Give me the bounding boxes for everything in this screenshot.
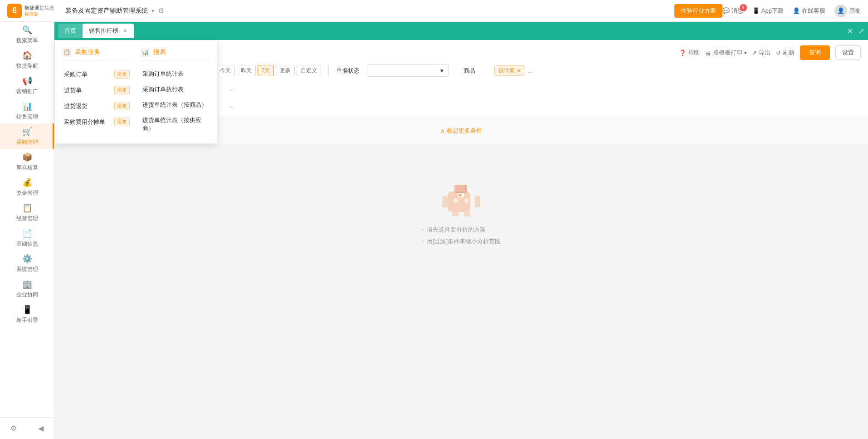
refresh-button[interactable]: ↺ 刷新 bbox=[776, 49, 795, 57]
goods-tag-close[interactable]: ✕ bbox=[517, 68, 521, 74]
dropdown-item-expense[interactable]: 采购费用分摊单 历史 bbox=[62, 114, 132, 130]
query-button[interactable]: 查询 bbox=[800, 45, 830, 60]
search-icon: 🔍 bbox=[22, 25, 32, 35]
svg-rect-6 bbox=[452, 212, 458, 217]
date-custom-btn[interactable]: 自定义 bbox=[297, 65, 321, 76]
basicinfo-icon: 📄 bbox=[22, 228, 32, 238]
salesperson-more-btn[interactable]: ... bbox=[229, 85, 234, 92]
experience-button[interactable]: 体验行业方案 bbox=[674, 4, 722, 18]
history-badge-1: 历史 bbox=[114, 70, 130, 79]
sidebar-bottom: ⚙ ◀ bbox=[0, 417, 54, 439]
export-button[interactable]: ↗ 导出 bbox=[752, 49, 770, 57]
goods-label: 商品 bbox=[463, 67, 489, 75]
help-button[interactable]: ❓ 帮助 bbox=[679, 49, 700, 57]
svg-rect-7 bbox=[464, 212, 470, 217]
customer-filter: ... bbox=[229, 102, 234, 109]
date-more-btn[interactable]: 更多 bbox=[276, 65, 295, 76]
goods-more-btn[interactable]: ... bbox=[528, 67, 533, 74]
sidebar-item-marketing[interactable]: 📢 营销推广 bbox=[0, 73, 54, 98]
tab-close-icon[interactable]: ✕ bbox=[123, 28, 127, 34]
sidebar-item-enterprise[interactable]: 🏢 企业协同 bbox=[0, 276, 54, 301]
refresh-icon: ↺ bbox=[776, 49, 781, 56]
marketing-icon: 📢 bbox=[22, 76, 32, 86]
svg-point-3 bbox=[459, 194, 462, 197]
empty-icon bbox=[439, 180, 484, 217]
sales-icon: 📊 bbox=[22, 101, 32, 111]
help-icon: ❓ bbox=[679, 49, 686, 56]
sidebar-item-newguide[interactable]: 📱 新手引导 bbox=[0, 301, 54, 327]
finance-icon: 💰 bbox=[22, 178, 32, 187]
logo-text: 畅捷通好生意 标准版 bbox=[24, 5, 54, 17]
dropdown-col-purchase: 📋 采购业务 采购订单 历史 进货单 历史 进货退货 历史 采购费用分摊单 历史 bbox=[62, 48, 132, 136]
date-today-btn[interactable]: 今天 bbox=[216, 65, 235, 76]
tab-bar-end: ✕ ⤢ bbox=[847, 27, 864, 35]
header-actions: 💬 消息 9 📱 App下载 👤 在线客服 👤 用友 bbox=[722, 5, 861, 17]
title-dropdown-icon[interactable]: ▾ bbox=[151, 8, 154, 14]
dropdown-item-return[interactable]: 进货退货 历史 bbox=[62, 98, 132, 114]
sidebar-item-operation[interactable]: 📋 经营管理 bbox=[0, 200, 54, 225]
collapse-up-icon: ∧ bbox=[440, 128, 445, 134]
title-settings-icon[interactable]: ⚙ bbox=[158, 6, 164, 15]
filter-settings-button[interactable]: 设置 bbox=[835, 45, 861, 60]
user-menu-button[interactable]: 👤 用友 bbox=[834, 5, 861, 17]
logo-icon: 6 bbox=[7, 4, 22, 18]
tab-bar: 首页 销售排行榜 ✕ ✕ ⤢ bbox=[54, 22, 868, 40]
service-icon: 👤 bbox=[793, 7, 800, 14]
sidebar-item-finance[interactable]: 💰 资金管理 bbox=[0, 174, 54, 200]
collapse-button[interactable]: ∧ 收起更多条件 bbox=[438, 124, 485, 138]
avatar-icon: 👤 bbox=[837, 7, 844, 14]
sidebar-settings-btn[interactable]: ⚙ bbox=[7, 422, 20, 434]
dropdown-item-purchase-order[interactable]: 采购订单 历史 bbox=[62, 66, 132, 82]
sidebar-item-search[interactable]: 🔍 搜索菜单 bbox=[0, 22, 54, 47]
messages-button[interactable]: 💬 消息 9 bbox=[722, 7, 743, 15]
sidebar-item-quicknav[interactable]: 🏠 快捷导航 bbox=[0, 47, 54, 73]
date-quick-buttons: 今天 昨天 7天 更多 自定义 bbox=[216, 65, 322, 76]
dropdown-columns: 📋 采购业务 采购订单 历史 进货单 历史 进货退货 历史 采购费用分摊单 历史 bbox=[62, 48, 210, 136]
purchase-col-icon: 📋 bbox=[62, 48, 71, 57]
filter-separator-1 bbox=[328, 64, 329, 77]
svg-rect-1 bbox=[454, 185, 467, 193]
sidebar-item-system[interactable]: ⚙️ 系统管理 bbox=[0, 251, 54, 276]
goods-tag[interactable]: 设计素 ✕ bbox=[494, 65, 525, 76]
sidebar-collapse-btn[interactable]: ◀ bbox=[34, 422, 47, 434]
tab-close-all-icon[interactable]: ✕ bbox=[847, 27, 853, 35]
svg-point-8 bbox=[454, 198, 458, 203]
dropdown-item-inbound-stats-goods[interactable]: 进货单统计表（按商品） bbox=[141, 97, 210, 113]
empty-tip-1: 请先选择要分析的方案 bbox=[422, 224, 501, 236]
dropdown-item-inbound-stats-supplier[interactable]: 进货单统计表（按供应商） bbox=[141, 113, 210, 136]
sidebar: 🔍 搜索菜单 🏠 快捷导航 📢 营销推广 📊 销售管理 🛒 采购管理 📦 库存核… bbox=[0, 22, 54, 439]
top-header: 6 畅捷通好生意 标准版 装备及固定资产辅助管理系统 ▾ ⚙ 体验行业方案 💬 … bbox=[0, 0, 868, 22]
online-service-button[interactable]: 👤 在线客服 bbox=[793, 7, 825, 15]
purchase-dropdown-menu: 📋 采购业务 采购订单 历史 进货单 历史 进货退货 历史 采购费用分摊单 历史 bbox=[54, 40, 218, 144]
empty-robot-svg bbox=[439, 180, 484, 217]
empty-text: 请先选择要分析的方案 用[过滤]条件来缩小分析范围 bbox=[422, 224, 501, 247]
sidebar-item-purchase[interactable]: 🛒 采购管理 bbox=[0, 123, 54, 149]
enterprise-icon: 🏢 bbox=[22, 279, 32, 289]
tab-home[interactable]: 首页 bbox=[58, 24, 83, 38]
purchase-icon: 🛒 bbox=[22, 127, 32, 137]
sidebar-item-inventory[interactable]: 📦 库存核算 bbox=[0, 149, 54, 174]
system-icon: ⚙️ bbox=[22, 254, 32, 264]
system-title: 装备及固定资产辅助管理系统 bbox=[65, 7, 148, 15]
svg-rect-4 bbox=[442, 196, 448, 207]
tab-sales-rank[interactable]: 销售排行榜 ✕ bbox=[83, 24, 134, 38]
print-dropdown-icon[interactable]: ▾ bbox=[744, 50, 746, 55]
date-7days-btn[interactable]: 7天 bbox=[258, 65, 274, 76]
messages-badge: 9 bbox=[740, 4, 747, 11]
reports-col-icon: 📊 bbox=[141, 48, 150, 57]
home-icon: 🏠 bbox=[22, 50, 32, 60]
doc-status-select[interactable]: ▾ bbox=[367, 64, 449, 77]
customer-more-btn[interactable]: ... bbox=[229, 102, 234, 109]
print-button[interactable]: 🖨 按模板打印 ▾ bbox=[705, 49, 746, 57]
dropdown-item-order-exec[interactable]: 采购订单执行表 bbox=[141, 82, 210, 97]
sidebar-item-sales[interactable]: 📊 销售管理 bbox=[0, 98, 54, 123]
tab-maximize-icon[interactable]: ⤢ bbox=[858, 27, 864, 35]
date-yesterday-btn[interactable]: 昨天 bbox=[237, 65, 256, 76]
sidebar-item-basicinfo[interactable]: 📄 基础信息 bbox=[0, 225, 54, 251]
empty-state: 请先选择要分析的方案 用[过滤]条件来缩小分析范围 bbox=[54, 144, 868, 284]
dropdown-item-inbound[interactable]: 进货单 历史 bbox=[62, 82, 132, 98]
dropdown-item-order-stats[interactable]: 采购订单统计表 bbox=[141, 66, 210, 82]
print-icon: 🖨 bbox=[705, 49, 711, 56]
salesperson-filter: ... bbox=[229, 85, 234, 92]
app-download-button[interactable]: 📱 App下载 bbox=[752, 7, 784, 15]
